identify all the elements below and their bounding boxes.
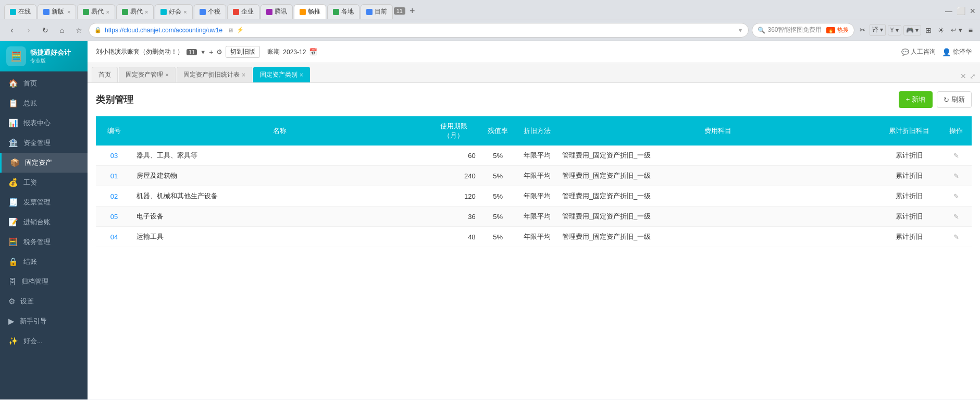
sidebar-item-settlement[interactable]: 🔒 结账 — [0, 252, 88, 272]
brightness-btn[interactable]: ☀ — [936, 25, 947, 35]
wallet-btn[interactable]: ¥ ▾ — [888, 25, 901, 35]
sidebar-item-inventory[interactable]: 📝 进销台账 — [0, 212, 88, 232]
settlement-icon: 🔒 — [8, 257, 18, 266]
page-tab-fixed-asset-mgr[interactable]: 固定资产管理 × — [119, 67, 176, 82]
tab-changtui[interactable]: 畅推 — [294, 4, 326, 19]
sidebar-item-archive[interactable]: 🗄 归档管理 — [0, 272, 88, 292]
switch-version-btn[interactable]: 切到旧版 — [226, 46, 260, 58]
tab-tengxun[interactable]: 腾讯 — [260, 4, 293, 19]
user-avatar-area[interactable]: 👤 徐泽华 — [942, 47, 972, 56]
user-name: 刘小艳演示账套（勿删勿动！） — [96, 47, 183, 56]
grid-btn[interactable]: ⊞ — [923, 25, 934, 35]
tab-xin-close[interactable]: × — [67, 9, 70, 15]
tab-window-close-btn[interactable]: ✕ — [960, 72, 966, 80]
game-btn[interactable]: 🎮 ▾ — [903, 25, 921, 35]
sidebar-item-settings[interactable]: ⚙ 设置 — [0, 292, 88, 311]
reload-button[interactable]: ↻ — [39, 23, 52, 37]
sidebar-item-tax[interactable]: 🧮 税务管理 — [0, 232, 88, 252]
back-button[interactable]: ‹ — [5, 23, 19, 37]
cell-name: 电子设备 — [132, 207, 428, 227]
sidebar-item-invoice[interactable]: 🧾 发票管理 — [0, 192, 88, 212]
fixed-asset-mgr-close[interactable]: × — [165, 71, 169, 79]
cell-code[interactable]: 04 — [96, 227, 132, 247]
tab-haosuan-close[interactable]: × — [183, 9, 187, 15]
tab-yidai1-close[interactable]: × — [106, 9, 109, 15]
translate-btn[interactable]: 译 ▾ — [870, 24, 886, 36]
add-btn[interactable]: + 新增 — [899, 91, 933, 108]
cell-action[interactable]: ✎ — [940, 227, 972, 247]
page-body: 类别管理 + 新增 ↻ 刷新 编号 名称 使用期限（月） 残值率 — [88, 83, 980, 399]
scissors-btn[interactable]: ✂ — [858, 25, 867, 35]
sidebar-item-haosuan[interactable]: ✨ 好会... — [0, 331, 88, 351]
expand-user-btn[interactable]: ▼ — [200, 49, 206, 55]
sidebar-item-funds[interactable]: 🏦 资金管理 — [0, 133, 88, 153]
expand-url-icon[interactable]: ▼ — [738, 27, 743, 33]
cell-residual: 5% — [480, 227, 516, 247]
page-title: 类别管理 — [96, 93, 133, 106]
browser-chrome: 在线 新版 × 易代 × 易代 × 好会 × 个税 企业 — [0, 0, 980, 41]
fixed-asset-cat-close[interactable]: × — [300, 71, 303, 79]
page-tab-home[interactable]: 首页 — [92, 67, 118, 82]
tab-yidai2-close[interactable]: × — [145, 9, 148, 15]
home-button[interactable]: ⌂ — [55, 23, 69, 37]
refresh-btn[interactable]: ↻ 刷新 — [937, 91, 972, 108]
page-tab-bar: 首页 固定资产管理 × 固定资产折旧统计表 × 固定资产类别 × ✕ ⤢ — [88, 63, 980, 83]
cell-code[interactable]: 03 — [96, 146, 132, 166]
sidebar-item-fixed-assets[interactable]: 📦 固定资产 — [0, 153, 88, 173]
reports-icon: 📊 — [8, 118, 18, 128]
url-field[interactable]: 🔒 https://cloud.chanjet.com/accounting/u… — [89, 23, 749, 38]
cell-action[interactable]: ✎ — [940, 146, 972, 166]
fixed-asset-mgr-label: 固定资产管理 — [126, 70, 163, 79]
tab-window-expand-btn[interactable]: ⤢ — [970, 72, 976, 80]
period-label: 账期 — [267, 47, 280, 56]
cell-code[interactable]: 05 — [96, 207, 132, 227]
tab-xin[interactable]: 新版 × — [38, 4, 76, 19]
sidebar-item-payroll[interactable]: 💰 工资 — [0, 173, 88, 192]
consult-btn[interactable]: 💬 人工咨询 — [901, 47, 936, 56]
page-tab-fixed-asset-cat[interactable]: 固定资产类别 × — [253, 67, 310, 82]
invoice-icon: 🧾 — [8, 198, 18, 207]
forward-button[interactable]: › — [22, 23, 35, 37]
cell-code[interactable]: 02 — [96, 186, 132, 207]
cell-accumulated: 累计折旧 — [878, 227, 940, 247]
new-tab-button[interactable]: + — [406, 6, 418, 17]
cell-residual: 5% — [480, 166, 516, 186]
bookmark-button[interactable]: ☆ — [72, 23, 85, 37]
cell-method: 年限平均 — [516, 207, 558, 227]
tab-geshui[interactable]: 个税 — [194, 4, 226, 19]
sidebar-item-ledger[interactable]: 📋 总账 — [0, 93, 88, 113]
window-maximize-btn[interactable]: ⬜ — [957, 7, 965, 15]
cell-action[interactable]: ✎ — [940, 186, 972, 207]
fixed-asset-dep-close[interactable]: × — [242, 71, 245, 79]
cell-accumulated: 累计折旧 — [878, 186, 940, 207]
calendar-icon[interactable]: 📅 — [309, 48, 317, 56]
tab-gedi[interactable]: 各地 — [327, 4, 359, 19]
tab-qiye[interactable]: 企业 — [227, 4, 259, 19]
sidebar-item-guide[interactable]: ▶ 新手引导 — [0, 311, 88, 331]
sidebar-item-reports[interactable]: 📊 报表中心 — [0, 113, 88, 133]
window-close-btn[interactable]: ✕ — [970, 7, 976, 15]
cell-residual: 5% — [480, 186, 516, 207]
window-minimize-btn[interactable]: — — [945, 7, 952, 15]
fixed-asset-dep-label: 固定资产折旧统计表 — [183, 70, 240, 79]
tab-yidai1[interactable]: 易代 × — [77, 4, 115, 19]
sidebar-home-label: 首页 — [23, 79, 37, 88]
undo-btn[interactable]: ↩ ▾ — [949, 25, 964, 35]
col-accumulated: 累计折旧科目 — [878, 116, 940, 146]
sidebar-item-home[interactable]: 🏠 首页 — [0, 74, 88, 93]
tab-zaixian[interactable]: 在线 — [4, 4, 36, 19]
page-tab-fixed-asset-dep[interactable]: 固定资产折旧统计表 × — [177, 67, 252, 82]
cell-action[interactable]: ✎ — [940, 166, 972, 186]
tab-shumu[interactable]: 目前 — [361, 4, 393, 19]
settings-gear-btn[interactable]: ⚙ — [216, 48, 222, 56]
menu-btn[interactable]: ≡ — [966, 25, 975, 35]
add-account-btn[interactable]: + — [209, 48, 213, 56]
cell-action[interactable]: ✎ — [940, 207, 972, 227]
guide-icon: ▶ — [8, 317, 15, 326]
site-info-icon: 🖥 — [228, 27, 233, 33]
cell-code[interactable]: 01 — [96, 166, 132, 186]
tab-yidai2[interactable]: 易代 × — [116, 4, 154, 19]
search-bar: 🔍 360智能抠图免费用 🔥 热搜 — [752, 23, 854, 38]
tab-haosuan[interactable]: 好会 × — [155, 4, 192, 19]
tab-zaixian-label: 在线 — [18, 7, 31, 16]
